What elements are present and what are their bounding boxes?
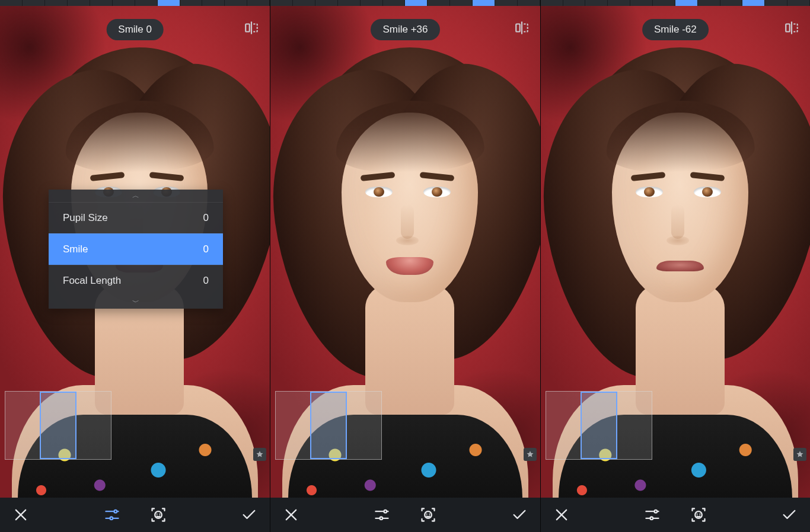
thumbnail[interactable] — [347, 392, 381, 459]
adjust-button[interactable] — [102, 505, 122, 525]
nav-segment[interactable] — [45, 0, 68, 6]
editor-panel: Smile -62 — [540, 0, 810, 532]
top-nav-strip — [0, 0, 270, 6]
nav-segment[interactable] — [202, 0, 225, 6]
nav-segment[interactable] — [247, 0, 270, 6]
nav-segment[interactable] — [23, 0, 45, 6]
nav-segment[interactable] — [608, 0, 630, 6]
nav-segment[interactable] — [518, 0, 540, 6]
nav-segment[interactable] — [293, 0, 315, 6]
nav-segment[interactable] — [563, 0, 586, 6]
editor-panel: Smile 0 ︿ Pupil Size 0 Smile 0 Focal Len… — [0, 0, 270, 532]
nav-segment[interactable] — [135, 0, 158, 6]
thumbnail[interactable] — [40, 392, 76, 459]
star-icon[interactable] — [524, 448, 537, 461]
menu-item-label: Smile — [63, 243, 88, 255]
menu-item[interactable]: Pupil Size 0 — [49, 202, 223, 233]
nav-segment[interactable] — [270, 0, 293, 6]
nav-segment[interactable] — [361, 0, 383, 6]
nav-segment[interactable] — [405, 0, 428, 6]
parameter-pill: Smile -62 — [642, 19, 709, 40]
editor-panel: Smile +36 — [270, 0, 540, 532]
chevron-down-icon[interactable]: ﹀ — [49, 296, 223, 309]
star-icon[interactable] — [793, 448, 806, 461]
nav-segment[interactable] — [675, 0, 698, 6]
nav-segment[interactable] — [720, 0, 743, 6]
nav-segment[interactable] — [338, 0, 361, 6]
nav-segment[interactable] — [698, 0, 720, 6]
nav-segment[interactable] — [113, 0, 135, 6]
face-detect-button[interactable] — [418, 505, 438, 525]
parameter-pill: Smile 0 — [106, 19, 164, 40]
chevron-up-icon[interactable]: ︿ — [49, 190, 223, 202]
top-nav-strip — [270, 0, 540, 6]
nav-segment[interactable] — [787, 0, 810, 6]
image-canvas[interactable]: Smile +36 — [270, 6, 540, 498]
svg-rect-6 — [516, 24, 520, 32]
close-button[interactable] — [551, 505, 572, 525]
star-icon[interactable] — [253, 448, 266, 461]
nav-segment[interactable] — [473, 0, 495, 6]
nav-segment[interactable] — [653, 0, 675, 6]
svg-rect-12 — [786, 24, 790, 32]
svg-point-8 — [380, 517, 383, 520]
nav-segment[interactable] — [180, 0, 203, 6]
menu-item-value: 0 — [203, 243, 209, 255]
thumbnail[interactable] — [581, 392, 617, 459]
nav-segment[interactable] — [495, 0, 518, 6]
thumbnail-strip — [275, 391, 382, 460]
bottom-toolbar — [0, 498, 270, 532]
nav-segment[interactable] — [0, 0, 23, 6]
svg-rect-0 — [246, 24, 250, 32]
nav-segment[interactable] — [383, 0, 406, 6]
thumbnail[interactable] — [310, 392, 347, 459]
thumbnail[interactable] — [5, 392, 40, 459]
confirm-button[interactable] — [239, 505, 259, 525]
thumbnail-strip — [5, 391, 111, 460]
compare-icon[interactable] — [244, 20, 259, 36]
nav-segment[interactable] — [765, 0, 787, 6]
close-button[interactable] — [281, 505, 301, 525]
svg-point-1 — [114, 510, 117, 513]
thumbnail[interactable] — [276, 392, 310, 459]
face-detect-button[interactable] — [688, 505, 709, 525]
nav-segment[interactable] — [630, 0, 653, 6]
parameter-pill: Smile +36 — [371, 19, 439, 40]
adjust-button[interactable] — [372, 505, 392, 525]
nav-segment[interactable] — [158, 0, 180, 6]
confirm-button[interactable] — [509, 505, 530, 525]
nav-segment[interactable] — [68, 0, 90, 6]
adjust-button[interactable] — [642, 505, 662, 525]
face-detect-button[interactable] — [148, 505, 168, 525]
bottom-toolbar — [270, 498, 540, 532]
svg-point-16 — [696, 514, 697, 515]
nav-segment[interactable] — [541, 0, 563, 6]
image-canvas[interactable]: Smile 0 ︿ Pupil Size 0 Smile 0 Focal Len… — [0, 6, 270, 498]
menu-item-value: 0 — [203, 212, 209, 224]
menu-item[interactable]: Smile 0 — [49, 233, 223, 265]
nav-segment[interactable] — [742, 0, 765, 6]
svg-point-10 — [426, 514, 428, 515]
svg-point-14 — [650, 517, 653, 520]
nav-segment[interactable] — [225, 0, 247, 6]
menu-item[interactable]: Focal Length 0 — [49, 265, 223, 296]
nav-segment[interactable] — [315, 0, 338, 6]
confirm-button[interactable] — [779, 505, 799, 525]
thumbnail[interactable] — [617, 392, 652, 459]
thumbnail[interactable] — [76, 392, 111, 459]
nav-segment[interactable] — [450, 0, 473, 6]
svg-point-11 — [429, 514, 430, 515]
nav-segment[interactable] — [90, 0, 113, 6]
nav-segment[interactable] — [428, 0, 450, 6]
bottom-toolbar — [541, 498, 810, 532]
menu-item-value: 0 — [203, 275, 209, 287]
svg-point-2 — [110, 517, 113, 520]
nav-segment[interactable] — [585, 0, 608, 6]
thumbnail[interactable] — [546, 392, 581, 459]
compare-icon[interactable] — [514, 20, 530, 36]
image-canvas[interactable]: Smile -62 — [541, 6, 810, 498]
close-button[interactable] — [11, 505, 31, 525]
compare-icon[interactable] — [784, 20, 799, 36]
svg-point-4 — [156, 514, 157, 515]
menu-item-label: Pupil Size — [63, 212, 108, 224]
